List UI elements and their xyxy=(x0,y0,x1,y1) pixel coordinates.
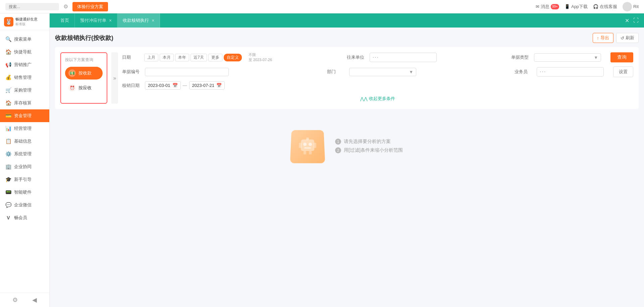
page-header: 收款核销执行(按收款) ↑ 导出 ↺ 刷新 xyxy=(55,33,639,43)
industry-button[interactable]: 体验行业方案 xyxy=(72,2,108,11)
sidebar-item-search[interactable]: 🔍 搜索菜单 xyxy=(0,33,49,46)
svg-rect-7 xyxy=(304,151,306,154)
export-label: 导出 xyxy=(600,35,609,41)
settings-bottom-icon[interactable]: ⚙ xyxy=(12,296,18,304)
sidebar-item-member[interactable]: V 畅会员 xyxy=(0,211,49,224)
verify-date-from[interactable]: 2023-03-01 📅 xyxy=(145,81,181,90)
search-input[interactable] xyxy=(5,3,59,10)
layout: 🐰 畅捷通好生意 标准版 🔍 搜索菜单 🏠 快捷导航 📢 营销推广 💰 销售管理 xyxy=(0,13,644,307)
tab-prepay[interactable]: 预付冲应付单 × xyxy=(75,13,117,28)
date-7days[interactable]: 近7天 xyxy=(191,54,207,61)
sidebar-label-system: 系统管理 xyxy=(14,151,32,157)
filter-fields: 日期 上月 本月 本年 近7天 更多 自定义 不限 至 xyxy=(122,52,633,104)
sidebar-label-member: 畅会员 xyxy=(14,215,27,221)
tab-home[interactable]: 首页 xyxy=(55,13,75,28)
tab-receive[interactable]: 收款核销执行 × xyxy=(117,13,160,28)
tab-actions: ✕ ⛶ xyxy=(625,17,639,24)
refresh-button[interactable]: ↺ 刷新 xyxy=(616,33,639,43)
sidebar-item-system[interactable]: ⚙️ 系统管理 xyxy=(0,148,49,160)
export-button[interactable]: ↑ 导出 xyxy=(593,33,614,43)
basic-icon: 📋 xyxy=(5,138,11,144)
main-area: 首页 预付冲应付单 × 收款核销执行 × ✕ ⛶ 收款核销执行(按收款) xyxy=(50,13,644,307)
sidebar-item-quick[interactable]: 🏠 快捷导航 xyxy=(0,46,49,58)
setting-button[interactable]: 设置 xyxy=(613,66,633,77)
sidebar-item-wechat[interactable]: 💬 企业微信 xyxy=(0,199,49,211)
calendar-from-icon: 📅 xyxy=(172,83,178,88)
service-link[interactable]: 🎧 在线客服 xyxy=(593,4,617,10)
sidebar-item-guide[interactable]: 🎓 新手引导 xyxy=(0,173,49,186)
date-custom-badge[interactable]: 自定义 xyxy=(224,54,242,61)
doctype-select[interactable]: ▼ xyxy=(534,53,601,62)
staff-select[interactable]: ··· xyxy=(537,67,604,76)
top-bar-left: ⚙ 体验行业方案 xyxy=(5,2,533,11)
sidebar-item-sales[interactable]: 💰 销售管理 xyxy=(0,71,49,84)
search-menu-icon: 🔍 xyxy=(5,36,11,42)
top-bar-right: ✉ 消息 99+ 📱 App下载 🎧 在线客服 Rit xyxy=(536,2,639,11)
top-bar: ⚙ 体验行业方案 ✉ 消息 99+ 📱 App下载 🎧 在线客服 Rit xyxy=(0,0,644,13)
refresh-icon: ↺ xyxy=(621,36,624,41)
option-by-receivable[interactable]: ⏰ 按应收 xyxy=(65,82,103,94)
message-badge: 99+ xyxy=(551,4,559,9)
empty-state-content: 1 请先选择要分析的方案 2 用[过滤]条件来缩小分析范围 xyxy=(291,129,403,163)
date-more[interactable]: 更多 xyxy=(208,54,222,61)
message-link[interactable]: ✉ 消息 99+ xyxy=(536,4,559,10)
tab-prepay-close[interactable]: × xyxy=(109,18,112,23)
sidebar-item-hardware[interactable]: 📟 智能硬件 xyxy=(0,186,49,199)
tab-home-label: 首页 xyxy=(60,17,69,23)
tab-receive-close[interactable]: × xyxy=(152,18,154,23)
sidebar-label-finance: 资金管理 xyxy=(14,113,32,119)
option-by-receivable-label: 按应收 xyxy=(78,85,92,91)
message-label: 消息 xyxy=(541,4,549,10)
user-info[interactable]: Rit xyxy=(623,2,639,11)
tab-bar: 首页 预付冲应付单 × 收款核销执行 × ✕ ⛶ xyxy=(50,13,644,28)
gear-icon[interactable]: ⚙ xyxy=(62,3,70,11)
date-this-month[interactable]: 本月 xyxy=(160,54,174,61)
calendar-to-icon: 📅 xyxy=(216,83,222,88)
sidebar-menu: 🔍 搜索菜单 🏠 快捷导航 📢 营销推广 💰 销售管理 🛒 采购管理 🏠 xyxy=(0,30,49,293)
chevron-up-icon: ⋀⋀ xyxy=(360,96,368,101)
sidebar-label-operation: 经营管理 xyxy=(14,125,32,132)
app-label: App下载 xyxy=(571,4,588,10)
sidebar-item-inventory[interactable]: 🏠 库存核算 xyxy=(0,97,49,109)
svg-rect-5 xyxy=(299,143,302,148)
sidebar-label-guide: 新手引导 xyxy=(14,176,32,183)
export-icon: ↑ xyxy=(597,36,599,41)
more-conditions-toggle[interactable]: ⋀⋀ 收起更多条件 xyxy=(122,94,633,104)
dept-select[interactable]: ▼ xyxy=(349,68,416,76)
sidebar-item-basic[interactable]: 📋 基础信息 xyxy=(0,135,49,148)
hardware-icon: 📟 xyxy=(5,189,11,195)
verify-date-to[interactable]: 2023-07-21 📅 xyxy=(189,81,225,90)
inventory-icon: 🏠 xyxy=(5,100,11,106)
date-last-month[interactable]: 上月 xyxy=(144,54,158,61)
logo-text-block: 畅捷通好生意 标准版 xyxy=(15,17,38,26)
date-this-year[interactable]: 本年 xyxy=(175,54,189,61)
app-download-link[interactable]: 📱 App下载 xyxy=(565,4,588,10)
dept-label: 部门 xyxy=(327,69,344,75)
filter-row-1: 日期 上月 本月 本年 近7天 更多 自定义 不限 至 xyxy=(122,52,633,62)
docno-input[interactable] xyxy=(148,69,226,74)
purchase-icon: 🛒 xyxy=(5,87,11,93)
collapse-filter-btn[interactable]: » xyxy=(111,52,118,104)
option-by-receive-label: 按收款 xyxy=(78,70,92,76)
query-button[interactable]: 查询 xyxy=(610,52,633,62)
counterparty-select[interactable]: ··· xyxy=(370,53,437,62)
maximize-icon[interactable]: ⛶ xyxy=(633,17,639,24)
option-by-receive[interactable]: 💵 按收款 xyxy=(65,67,103,80)
sidebar-item-finance[interactable]: 💳 资金管理 xyxy=(0,109,49,122)
finance-icon: 💳 xyxy=(5,113,11,119)
sidebar-item-enterprise[interactable]: 🏢 企业协同 xyxy=(0,160,49,173)
sidebar-item-operation[interactable]: 📊 经营管理 xyxy=(0,122,49,135)
operation-icon: 📊 xyxy=(5,125,11,132)
sidebar: 🐰 畅捷通好生意 标准版 🔍 搜索菜单 🏠 快捷导航 📢 营销推广 💰 销售管理 xyxy=(0,13,50,307)
close-all-tabs-icon[interactable]: ✕ xyxy=(625,17,629,24)
sidebar-item-marketing[interactable]: 📢 营销推广 xyxy=(0,58,49,71)
logo-version: 标准版 xyxy=(15,22,38,27)
tip-num-1: 1 xyxy=(335,139,341,145)
empty-tips: 1 请先选择要分析的方案 2 用[过滤]条件来缩小分析范围 xyxy=(335,139,403,153)
staff-dots: ··· xyxy=(540,69,546,75)
date-range-separator: — xyxy=(183,83,187,88)
sidebar-item-purchase[interactable]: 🛒 采购管理 xyxy=(0,84,49,97)
collapse-sidebar-icon[interactable]: ◀ xyxy=(32,296,37,304)
sidebar-label-purchase: 采购管理 xyxy=(14,87,32,93)
date-label: 日期 xyxy=(122,54,139,60)
